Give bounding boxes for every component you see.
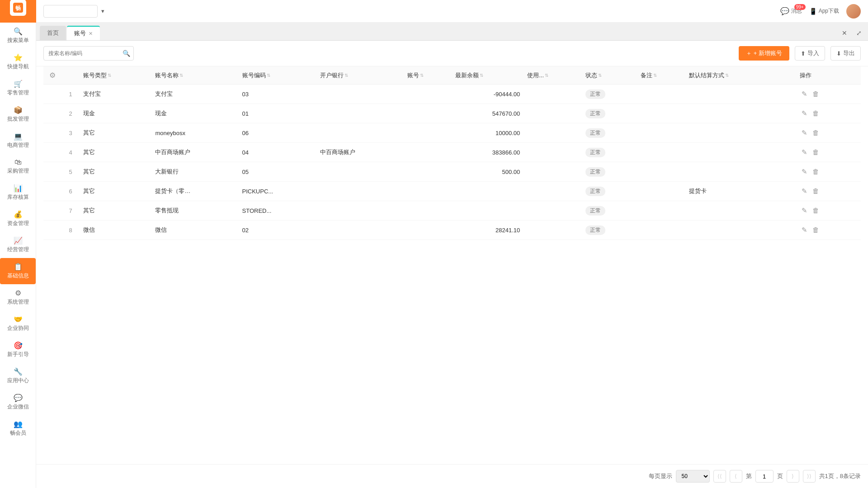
user-avatar[interactable] — [846, 4, 861, 19]
sidebar-item-purchase-mgmt[interactable]: 🛍 采购管理 — [0, 154, 36, 179]
status-badge: 正常 — [585, 89, 605, 99]
cell-index: 7 — [61, 201, 80, 221]
th-bank[interactable]: 开户银行 ⇅ — [316, 66, 403, 84]
cell-account-type: 其它 — [80, 162, 151, 182]
basic-info-icon: 📋 — [2, 263, 34, 271]
accounts-table: ⚙ 账号类型 ⇅ 账号名称 ⇅ — [43, 66, 861, 240]
toolbar-left: 🔍 — [43, 46, 134, 61]
edit-button[interactable]: ✎ — [800, 89, 809, 99]
tab-close-action[interactable]: ✕ — [839, 28, 850, 38]
sidebar-item-ecommerce-mgmt[interactable]: 💻 电商管理 — [0, 127, 36, 154]
cell-default-settlement — [685, 201, 796, 221]
status-badge: 正常 — [585, 187, 605, 196]
cell-index: 6 — [61, 182, 80, 201]
page-size-select[interactable]: 50 20 100 — [676, 470, 710, 483]
sort-icon-account-no: ⇅ — [420, 73, 424, 78]
th-settings[interactable]: ⚙ — [43, 66, 61, 84]
th-account-type[interactable]: 账号类型 ⇅ — [80, 66, 151, 84]
sidebar-item-basic-info[interactable]: 📋 基础信息 — [0, 258, 36, 284]
edit-button[interactable]: ✎ — [800, 225, 809, 235]
tab-expand-action[interactable]: ⤢ — [854, 28, 864, 38]
cell-balance: 500.00 — [452, 162, 524, 182]
import-button[interactable]: ⬆ 导入 — [795, 46, 825, 61]
tab-account[interactable]: 账号 ✕ — [67, 26, 100, 40]
purchase-mgmt-icon: 🛍 — [2, 158, 34, 166]
edit-button[interactable]: ✎ — [800, 108, 809, 118]
search-icon[interactable]: 🔍 — [123, 50, 130, 57]
delete-button[interactable]: 🗑 — [811, 108, 821, 118]
sidebar-item-enterprise-wechat[interactable]: 💬 企业微信 — [0, 389, 36, 415]
sidebar-item-business-mgmt[interactable]: 📈 经营管理 — [0, 232, 36, 258]
sidebar-item-enterprise-agreement[interactable]: 🤝 企业协同 — [0, 310, 36, 337]
cell-default-settlement — [685, 123, 796, 143]
edit-button[interactable]: ✎ — [800, 167, 809, 177]
delete-button[interactable]: 🗑 — [811, 128, 821, 137]
edit-button[interactable]: ✎ — [800, 128, 809, 138]
page-prev-button[interactable]: ⟨ — [730, 470, 742, 483]
sidebar-item-inventory[interactable]: 📊 库存核算 — [0, 179, 36, 206]
cell-default-settlement — [685, 143, 796, 162]
th-status-label: 状态 — [585, 71, 597, 80]
cell-bank — [316, 162, 403, 182]
th-account-no[interactable]: 账号 ⇅ — [404, 66, 452, 84]
sidebar-item-quick-nav[interactable]: ⭐ 快捷导航 — [0, 49, 36, 75]
edit-button[interactable]: ✎ — [800, 186, 809, 196]
sidebar-item-app-center[interactable]: 🔧 应用中心 — [0, 363, 36, 389]
cell-settings — [43, 84, 61, 104]
delete-button[interactable]: 🗑 — [811, 89, 821, 99]
cell-bank — [316, 182, 403, 201]
message-icon: 💬 — [780, 7, 789, 15]
column-settings-icon[interactable]: ⚙ — [49, 71, 56, 79]
cell-actions: ✎ 🗑 — [796, 221, 861, 240]
page-next-button[interactable]: ⟩ — [787, 470, 799, 483]
cell-balance: 28241.10 — [452, 221, 524, 240]
cell-balance — [452, 201, 524, 221]
cell-actions: ✎ 🗑 — [796, 182, 861, 201]
sidebar-item-search-menu[interactable]: 🔍 搜索菜单 — [0, 23, 36, 49]
edit-button[interactable]: ✎ — [800, 147, 809, 157]
delete-button[interactable]: 🗑 — [811, 206, 821, 215]
sidebar-item-label-beginner-guide: 新手引导 — [7, 351, 29, 357]
sidebar-item-label-inventory: 库存核算 — [7, 194, 29, 200]
tab-account-close[interactable]: ✕ — [89, 31, 93, 37]
th-balance-label: 最新余额 — [455, 71, 479, 80]
pagination-total: 共1页，8条记录 — [819, 472, 861, 480]
sidebar-item-system-mgmt[interactable]: ⚙ 系统管理 — [0, 284, 36, 310]
th-actions: 操作 — [796, 66, 861, 84]
th-balance[interactable]: 最新余额 ⇅ — [452, 66, 524, 84]
tab-home[interactable]: 首页 — [40, 26, 66, 40]
account-search-input[interactable] — [43, 46, 134, 61]
th-usage[interactable]: 使用... ⇅ — [524, 66, 581, 84]
page-last-button[interactable]: ⟩⟩ — [803, 470, 816, 483]
sidebar-item-label-purchase-mgmt: 采购管理 — [7, 168, 29, 174]
page-number-input[interactable] — [755, 470, 774, 483]
edit-button[interactable]: ✎ — [800, 206, 809, 216]
delete-button[interactable]: 🗑 — [811, 147, 821, 157]
cell-index: 4 — [61, 143, 80, 162]
th-account-code[interactable]: 账号编码 ⇅ — [239, 66, 317, 84]
delete-button[interactable]: 🗑 — [811, 225, 821, 235]
th-status[interactable]: 状态 ⇅ — [582, 66, 637, 84]
cell-settings — [43, 221, 61, 240]
sidebar-item-beginner-guide[interactable]: 🎯 新手引导 — [0, 337, 36, 363]
th-account-name[interactable]: 账号名称 ⇅ — [151, 66, 238, 84]
messages-button[interactable]: 💬 消息 99+ — [780, 7, 802, 15]
sidebar-item-finance-mgmt[interactable]: 💰 资金管理 — [0, 206, 36, 232]
sidebar-item-retail-mgmt[interactable]: 🛒 零售管理 — [0, 75, 36, 101]
app-download-button[interactable]: 📱 App下载 — [809, 7, 839, 15]
add-account-button[interactable]: ＋ + 新增账号 — [739, 46, 789, 61]
cell-usage — [524, 143, 581, 162]
cell-notes — [637, 104, 685, 123]
export-button[interactable]: ⬇ 导出 — [830, 46, 861, 61]
cell-account-name: 中百商场账户 — [151, 143, 238, 162]
retail-mgmt-icon: 🛒 — [2, 80, 34, 88]
page-first-button[interactable]: ⟨⟨ — [713, 470, 726, 483]
topbar-search-input[interactable] — [43, 5, 98, 18]
sidebar-item-member[interactable]: 👥 畅会员 — [0, 415, 36, 441]
th-default-settlement[interactable]: 默认结算方式 ⇅ — [685, 66, 796, 84]
delete-button[interactable]: 🗑 — [811, 186, 821, 196]
topbar-dropdown[interactable]: ▾ — [101, 8, 104, 14]
sidebar-item-wholesale-mgmt[interactable]: 📦 批发管理 — [0, 101, 36, 127]
delete-button[interactable]: 🗑 — [811, 167, 821, 176]
th-notes[interactable]: 备注 ⇅ — [637, 66, 685, 84]
